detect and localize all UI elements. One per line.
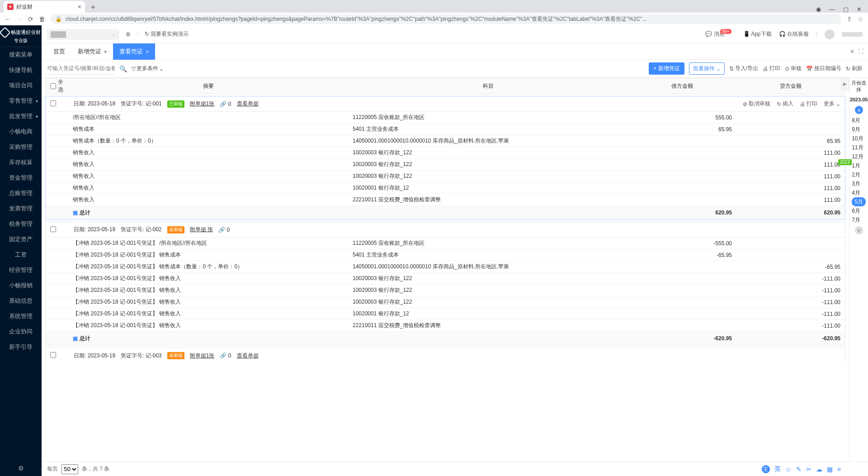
voucher-row[interactable]: 销售收入10020003 银行存款_122111.00 — [46, 171, 845, 182]
attachment-link[interactable]: 附单据1张 — [190, 100, 215, 108]
close-icon[interactable]: × — [146, 49, 148, 54]
month-item[interactable]: 1月 — [852, 161, 866, 170]
sidebar-item[interactable]: 经营管理 — [0, 262, 42, 278]
minimize-icon[interactable]: — — [829, 6, 835, 13]
row-checkbox[interactable] — [50, 100, 56, 106]
address-bar[interactable]: 🔒 cloud.chanjet.com/cc/u6d89qwnryel/57bf… — [51, 14, 841, 24]
voucher-row[interactable]: 销售成本（数量：0 个，单价：0）14050001.0001000010.000… — [46, 135, 845, 147]
ime-img-icon[interactable]: ▦ — [827, 466, 833, 473]
voucher-row[interactable]: 【冲销 2023-05-18 记-001号凭证】 销售成本5401 主营业务成本… — [46, 249, 845, 261]
refresh-link[interactable]: ↻ 刷新 — [846, 65, 863, 72]
forward-icon[interactable]: → — [16, 15, 23, 23]
sidebar-item[interactable]: 搜索菜单 — [0, 47, 42, 62]
sidebar-item[interactable]: 快捷导航 — [0, 62, 42, 78]
voucher-row[interactable]: 【冲销 2023-05-18 记-001号凭证】 销售收入10020003 银行… — [46, 296, 845, 308]
service-link[interactable]: 🎧 在线客服 — [779, 30, 809, 38]
user-icon[interactable]: ◉ — [816, 6, 821, 13]
download-link[interactable]: 📱 App下载 — [743, 30, 772, 38]
more-filters[interactable]: ▽ 更多条件 ⌄ — [132, 65, 164, 72]
voucher-row[interactable]: 【冲销 2023-05-18 记-001号凭证】 销售成本（数量：0 个，单价：… — [46, 261, 845, 273]
ime-scissor-icon[interactable]: ✂ — [806, 466, 811, 473]
ime-edit-icon[interactable]: ✎ — [796, 466, 802, 473]
tab-view-voucher[interactable]: 查看凭证× — [113, 43, 155, 60]
sidebar-item[interactable]: 库存核算 — [0, 155, 42, 170]
voucher-row[interactable]: 【冲销 2023-05-18 记-001号凭证】 销售收入22210011 应交… — [46, 320, 845, 332]
voucher-row[interactable]: 销售收入10020003 银行存款_122111.00 — [46, 159, 845, 171]
browser-tab[interactable]: ✦ 好业财 × — [4, 1, 85, 13]
search-icon[interactable]: 🔍 — [119, 65, 127, 72]
batch-button[interactable]: 批量操作 ⌄ — [689, 62, 725, 75]
sidebar-item[interactable]: 项目合同 — [0, 78, 42, 93]
sidebar-item[interactable]: 批发管理▾ — [0, 109, 42, 124]
month-item[interactable]: 3月 — [852, 179, 866, 188]
ime-emoji-icon[interactable]: ☺ — [785, 466, 792, 473]
sidebar-item[interactable]: 新手引导 — [0, 339, 42, 355]
close-all-icon[interactable]: ✕ — [850, 48, 854, 55]
tab-home[interactable]: 首页 — [47, 43, 71, 60]
new-tab-button[interactable]: + — [88, 2, 99, 13]
month-item[interactable]: 2月 — [852, 170, 866, 179]
print-button[interactable]: 🖨 打印 — [800, 100, 817, 108]
view-doc-link[interactable]: 查看单据 — [237, 352, 259, 360]
month-item[interactable]: 7月 — [852, 215, 866, 224]
insert-button[interactable]: ↻ 插入 — [777, 100, 793, 108]
month-item[interactable]: 8月 — [852, 116, 866, 125]
sidebar-item[interactable]: 系统管理 — [0, 309, 42, 324]
voucher-row[interactable]: 销售收入10020003 银行存款_122111.00 — [46, 147, 845, 159]
voucher-row[interactable]: 【冲销 2023-05-18 记-001号凭证】 销售收入10020001 银行… — [46, 308, 845, 320]
cancel-audit-button[interactable]: ⊘ 取消审核 — [743, 100, 770, 108]
scroll-down-icon[interactable]: ∨ — [855, 226, 863, 234]
sidebar-item[interactable]: 资金管理 — [0, 170, 42, 186]
sidebar-item[interactable]: 发票管理 — [0, 201, 42, 216]
sidebar-item[interactable]: 固定资产 — [0, 232, 42, 247]
sidebar-item[interactable]: 小畅电商 — [0, 124, 42, 139]
more-button[interactable]: 更多 ⌄ — [824, 100, 840, 108]
month-item[interactable]: 11月 — [852, 143, 866, 152]
attachment-link[interactable]: 附单据1张 — [190, 352, 215, 360]
row-checkbox[interactable] — [50, 352, 56, 358]
ime-icon[interactable]: 王 — [762, 465, 770, 473]
ime-menu-icon[interactable]: ≡ — [837, 466, 841, 473]
sidebar-item[interactable]: 企业协同 — [0, 324, 42, 339]
close-icon[interactable]: × — [104, 49, 107, 54]
print-link[interactable]: 🖨 打印 — [763, 65, 780, 72]
per-page-select[interactable]: 50 — [61, 464, 78, 474]
message-link[interactable]: 💬 消息99+ — [705, 30, 736, 38]
voucher-row[interactable]: 销售收入10020001 银行存款_12111.00 — [46, 182, 845, 194]
expand-icon[interactable]: ⛶ — [858, 48, 863, 55]
search-input[interactable] — [47, 63, 115, 75]
trash-icon[interactable]: 🗑 — [39, 15, 45, 23]
maximize-icon[interactable]: ▢ — [843, 6, 849, 13]
voucher-row[interactable]: 销售成本5401 主营业务成本65.95 — [46, 124, 845, 135]
close-window-icon[interactable]: ✕ — [857, 6, 862, 13]
scroll-up-icon[interactable]: ∧ — [855, 106, 863, 114]
ime-lang[interactable]: 英 — [774, 465, 781, 473]
month-item[interactable]: 5月 — [852, 197, 866, 206]
star-icon[interactable]: ☆ — [858, 15, 863, 23]
voucher-row[interactable]: 【冲销 2023-05-18 记-001号凭证】 销售收入10020003 银行… — [46, 285, 845, 296]
org-selector[interactable]: ████⌄ — [47, 29, 119, 40]
voucher-row[interactable]: /所在地区//所在地区11220005 应收账款_所在地区555.00 — [46, 112, 845, 124]
month-item[interactable]: 9月 — [852, 125, 866, 134]
sidebar-item[interactable]: 总账管理 — [0, 186, 42, 201]
view-doc-link[interactable]: 查看单据 — [237, 100, 259, 108]
avatar[interactable] — [825, 29, 835, 39]
share-icon[interactable]: ⇪ — [847, 15, 852, 23]
month-item[interactable]: 12月 — [852, 152, 866, 161]
new-voucher-button[interactable]: + 新增凭证 — [649, 62, 684, 75]
voucher-row[interactable]: 【冲销 2023-05-18 记-001号凭证】 /所在地区//所在地区1122… — [46, 238, 845, 249]
voucher-row[interactable]: 销售收入22210011 应交税费_增值税检查调整111.00 — [46, 194, 845, 206]
demo-link[interactable]: ↻ 我要看实例演示 — [145, 30, 189, 38]
voucher-row[interactable]: 【冲销 2023-05-18 记-001号凭证】 销售收入10020003 银行… — [46, 273, 845, 285]
month-item[interactable]: 6月 — [852, 206, 866, 215]
tab-new-voucher[interactable]: 新增凭证× — [71, 43, 113, 60]
reload-icon[interactable]: ⟳ — [28, 15, 33, 23]
reorder-link[interactable]: 📅 按日期编号 — [806, 65, 841, 72]
import-export-link[interactable]: ⇅ 导入/导出 — [729, 65, 758, 72]
attachment-link[interactable]: 附单据 张 — [190, 226, 213, 233]
month-item[interactable]: 4月 — [852, 188, 866, 197]
sidebar-item[interactable]: 零售管理▾ — [0, 93, 42, 109]
sidebar-item[interactable]: 采购管理 — [0, 139, 42, 155]
audit-link[interactable]: ⊙ 审核 — [785, 65, 802, 72]
back-icon[interactable]: ← — [5, 15, 11, 23]
